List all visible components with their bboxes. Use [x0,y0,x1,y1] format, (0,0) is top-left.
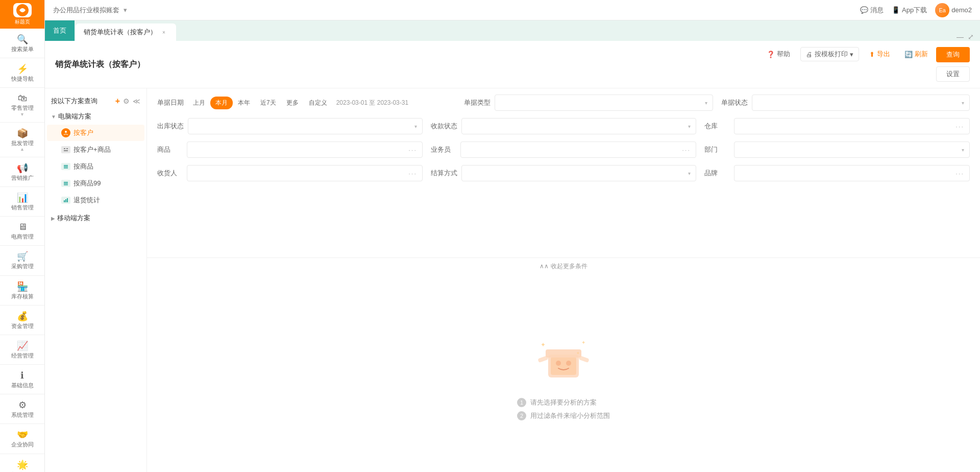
svg-text:✦: ✦ [576,351,580,356]
tab-bar: 首页 销货单统计表（按客户） × — ⤢ [45,20,980,41]
warehouse-input[interactable]: ··· [734,118,970,134]
print-btn[interactable]: 🖨 按模板打印 ▾ [800,47,859,61]
user-avatar: Ea [935,3,949,17]
customer-goods-label: 按客户+商品 [74,145,111,154]
search-icon: 🔍 [17,34,28,45]
sidebar-item-finance[interactable]: 💰 资金管理 [0,305,44,335]
date-tab-thismonth[interactable]: 本月 [210,97,233,109]
scheme-item-by-customer[interactable]: 按客户 [47,125,144,141]
scheme-item-return-stats[interactable]: 退货统计 [47,192,144,208]
return-stats-icon [61,197,70,204]
collapse-scheme-btn[interactable]: ≪ [133,97,140,105]
filter-goods: 商品 ··· [157,141,423,158]
sidebar-item-basic[interactable]: ℹ 基础信息 [0,365,44,394]
collapse-icon: ∧∧ [540,263,549,270]
sidebar-item-quicknav[interactable]: ⚡ 快捷导航 [0,58,44,88]
sidebar-item-purchase[interactable]: 🛒 采购管理 [0,246,44,275]
date-range: 2023-03-01 至 2023-03-31 [336,99,408,107]
scheme-item-by-goods[interactable]: 按商品 [47,158,144,175]
out-status-select[interactable]: ▾ [188,118,423,134]
app-download-action[interactable]: 📱 App下载 [892,6,927,15]
ecommerce-label: 电商管理 [11,233,34,240]
empty-state: ✦ ✦ ✦ 1 请先选择要分析的方案 2 用过滤条件来缩小分析范围 [147,275,980,473]
export-btn[interactable]: ⬆ 导出 [865,48,894,61]
basic-label: 基础信息 [11,382,34,389]
mobile-group-label: 移动端方案 [57,214,90,223]
sidebar-item-system[interactable]: ⚙ 系统管理 [0,394,44,424]
customer-goods-icon [61,146,70,153]
scheme-item-by-goods-99[interactable]: 按商品99 [47,175,144,192]
quicknav-icon: ⚡ [17,63,28,75]
sidebar: 标题页 🔍 搜索菜单 ⚡ 快捷导航 🛍 零售管理 ▼ 📦 批发管理 ▲ 📢 营销… [0,0,45,472]
scheme-item-by-customer-goods[interactable]: 按客户+商品 [47,141,144,158]
sidebar-item-search[interactable]: 🔍 搜索菜单 [0,29,44,58]
doc-status-select[interactable]: ▾ [752,95,970,111]
marketing-icon: 📢 [17,162,28,174]
main-area: 办公用品行业模拟账套 ▾ 💬 消息 📱 App下载 Ea demo2 首页 [45,0,980,472]
sidebar-item-ecommerce[interactable]: 🖥 电商管理 [0,217,44,246]
out-status-label: 出库状态 [157,122,184,131]
industry-dropdown-icon[interactable]: ▾ [124,6,127,14]
doc-status-arrow: ▾ [962,100,964,106]
sidebar-item-wholesale[interactable]: 📦 批发管理 ▲ [0,123,44,157]
return-stats-label: 退货统计 [74,196,100,205]
collect-status-select[interactable]: ▾ [461,118,696,134]
settings-scheme-btn[interactable]: ⚙ [123,97,130,105]
settings-button[interactable]: 设置 [936,66,970,82]
settlement-select[interactable]: ▾ [461,165,696,181]
query-button[interactable]: 查询 [936,47,970,62]
refresh-btn[interactable]: 🔄 刷新 [900,48,932,61]
date-tab-lastmonth[interactable]: 上月 [188,97,210,109]
message-action[interactable]: 💬 消息 [860,6,884,15]
tab-home[interactable]: 首页 [45,20,75,41]
receiver-input[interactable]: ··· [187,165,423,181]
sidebar-item-enterprise[interactable]: 🤝 企业协同 [0,424,44,454]
salesperson-label: 业务员 [431,145,456,154]
filter-settlement: 结算方式 ▾ [431,165,696,181]
tab-sales-stats[interactable]: 销货单统计表（按客户） × [76,23,176,41]
date-tab-thisyear[interactable]: 本年 [233,97,255,109]
tab-expand-area: — ⤢ [950,33,980,41]
out-status-arrow: ▾ [414,124,417,129]
sidebar-item-inventory[interactable]: 🏪 库存核算 [0,276,44,305]
finance-label: 资金管理 [11,323,34,329]
user-profile-action[interactable]: Ea demo2 [935,3,972,17]
collapse-bar[interactable]: ∧∧ 收起更多条件 [147,257,980,275]
dept-select[interactable]: ▾ [734,141,970,158]
desktop-group-label: 电脑端方案 [58,112,91,121]
sidebar-item-newguide[interactable]: 🌟 新手引导 [0,454,44,472]
brand-input[interactable]: ··· [734,165,970,181]
doc-type-select[interactable]: ▾ [495,95,713,111]
refresh-label: 刷新 [915,50,928,59]
right-panel: 单据日期 上月 本月 本年 近7天 更多 自定义 2023-03-01 至 20… [147,88,980,472]
enterprise-icon: 🤝 [17,429,28,440]
empty-tips: 1 请先选择要分析的方案 2 用过滤条件来缩小分析范围 [517,398,610,420]
date-tab-more[interactable]: 更多 [281,97,304,109]
marketing-label: 营销推广 [11,175,34,181]
scheme-panel: 按以下方案查询 + ⚙ ≪ ▼ 电脑端方案 [45,88,147,472]
sidebar-item-operation[interactable]: 📈 经营管理 [0,335,44,365]
goods99-icon [61,180,70,187]
help-btn[interactable]: ❓ 帮助 [763,48,794,61]
date-controls: 上月 本月 本年 近7天 更多 自定义 2023-03-01 至 2023-03… [188,97,456,109]
date-tab-7days[interactable]: 近7天 [255,97,281,109]
sidebar-item-retail[interactable]: 🛍 零售管理 ▼ [0,88,44,122]
maximize-icon[interactable]: ⤢ [968,33,974,41]
date-tab-custom[interactable]: 自定义 [304,97,332,109]
collapse-label: 收起更多条件 [551,262,587,271]
desktop-group-title[interactable]: ▼ 电脑端方案 [45,109,146,124]
sidebar-item-marketing[interactable]: 📢 营销推广 [0,157,44,187]
tab-close-btn[interactable]: × [160,28,168,36]
goods-input[interactable]: ··· [187,141,423,158]
sidebar-item-sales[interactable]: 📊 销售管理 [0,187,44,217]
tip-text-1: 请先选择要分析的方案 [530,398,597,407]
sales-icon: 📊 [17,192,28,203]
svg-rect-3 [66,148,68,149]
add-scheme-btn[interactable]: + [115,97,120,106]
minimize-icon[interactable]: — [957,33,964,41]
mobile-group-title[interactable]: ▶ 移动端方案 [45,210,146,226]
query-panel: 单据日期 上月 本月 本年 近7天 更多 自定义 2023-03-01 至 20… [147,88,980,257]
scheme-header-actions: + ⚙ ≪ [115,97,140,106]
warehouse-dots: ··· [955,123,964,130]
salesperson-input[interactable]: ··· [460,141,696,158]
